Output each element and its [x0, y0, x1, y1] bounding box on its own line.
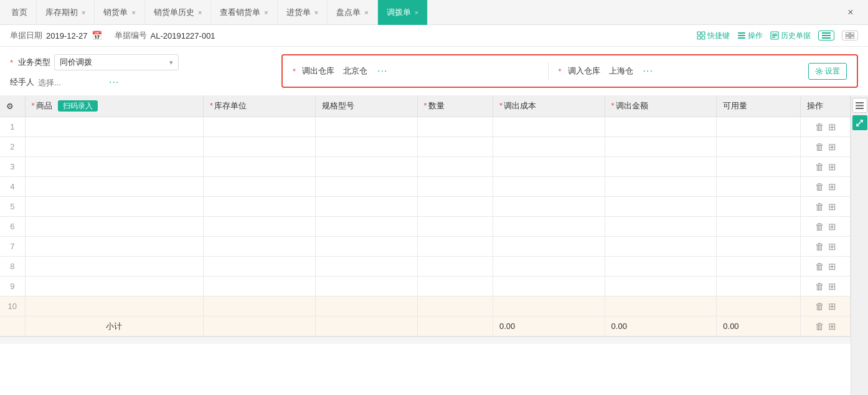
row-copy-icon-2[interactable]: ⊞ — [828, 141, 836, 153]
row-product-1[interactable] — [25, 117, 204, 137]
source-warehouse-dots-btn[interactable]: ··· — [377, 65, 387, 77]
row-unit-8 — [204, 257, 316, 277]
person-dots-btn[interactable]: ··· — [109, 77, 119, 88]
row-delete-icon-10[interactable]: 🗑 — [815, 301, 824, 312]
target-warehouse-dots-btn[interactable]: ··· — [643, 65, 653, 77]
summary-delete-icon[interactable]: 🗑 — [815, 321, 824, 332]
row-delete-icon-3[interactable]: 🗑 — [815, 161, 824, 173]
row-op-5: 🗑 ⊞ — [801, 197, 851, 217]
row-delete-icon-4[interactable]: 🗑 — [815, 181, 824, 193]
row-num-2: 2 — [0, 137, 25, 157]
row-op-3: 🗑 ⊞ — [801, 157, 851, 177]
row-delete-icon-7[interactable]: 🗑 — [815, 241, 824, 252]
tab-inventory-init[interactable]: 库存期初 × — [37, 0, 95, 25]
row-op-6: 🗑 ⊞ — [801, 217, 851, 237]
tab-transfer-order[interactable]: 调拨单 × — [378, 0, 428, 25]
operations-btn[interactable]: 操作 — [737, 31, 763, 41]
warehouse-divider — [548, 62, 549, 80]
svg-point-18 — [818, 70, 821, 72]
row-delete-icon-2[interactable]: 🗑 — [815, 141, 824, 153]
row-copy-icon-7[interactable]: ⊞ — [828, 241, 836, 252]
row-quantity-10 — [417, 297, 493, 316]
svg-rect-5 — [738, 35, 745, 36]
col-transfer-amount: *调出金额 — [605, 95, 717, 117]
row-amount-10 — [605, 297, 717, 316]
row-delete-icon-1[interactable]: 🗑 — [815, 121, 824, 133]
settings-button[interactable]: 设置 — [808, 63, 847, 80]
row-product-10[interactable] — [25, 297, 204, 316]
svg-rect-8 — [772, 34, 777, 35]
table-wrapper: ⚙ *商品 扫码录入 *库存单位 规格型号 — [0, 95, 851, 395]
row-copy-icon-5[interactable]: ⊞ — [828, 201, 836, 212]
history-btn[interactable]: 历史单据 — [770, 31, 811, 41]
person-select-input[interactable] — [38, 78, 100, 87]
row-product-5[interactable] — [25, 197, 204, 217]
tab-close-inventory-check[interactable]: × — [364, 9, 368, 16]
row-quantity-5 — [417, 197, 493, 217]
row-available-8 — [717, 257, 801, 277]
row-cost-2 — [493, 137, 605, 157]
row-spec-5 — [315, 197, 417, 217]
row-spec-8 — [315, 257, 417, 277]
sidebar-list-icon[interactable] — [852, 98, 867, 113]
row-product-6[interactable] — [25, 217, 204, 237]
row-product-2[interactable] — [25, 137, 204, 157]
tab-home[interactable]: 首页 — [5, 0, 37, 25]
row-unit-3 — [204, 157, 316, 177]
row-delete-icon-9[interactable]: 🗑 — [815, 281, 824, 292]
row-quantity-8 — [417, 257, 493, 277]
row-copy-icon-10[interactable]: ⊞ — [828, 301, 836, 312]
tab-purchase-order[interactable]: 进货单 × — [278, 0, 328, 25]
view-toggle-grid[interactable] — [842, 31, 858, 40]
row-copy-icon-4[interactable]: ⊞ — [828, 181, 836, 193]
horizontal-scrollbar[interactable] — [0, 336, 851, 344]
row-delete-icon-8[interactable]: 🗑 — [815, 261, 824, 272]
tab-sales-history[interactable]: 销货单历史 × — [145, 0, 211, 25]
row-copy-icon-9[interactable]: ⊞ — [828, 281, 836, 292]
row-unit-7 — [204, 237, 316, 257]
scan-input-button[interactable]: 扫码录入 — [58, 100, 98, 112]
sidebar-expand-icon[interactable] — [852, 115, 867, 130]
row-product-7[interactable] — [25, 237, 204, 257]
row-product-4[interactable] — [25, 177, 204, 197]
row-product-8[interactable] — [25, 257, 204, 277]
calendar-icon[interactable]: 📅 — [92, 31, 102, 40]
business-type-select[interactable]: 同价调拨 ▾ — [54, 54, 179, 70]
row-copy-icon-8[interactable]: ⊞ — [828, 261, 836, 272]
view-toggle-list[interactable] — [818, 31, 834, 40]
row-cost-10 — [493, 297, 605, 316]
tab-close-purchase-order[interactable]: × — [314, 9, 318, 16]
row-spec-1 — [315, 117, 417, 137]
row-copy-icon-6[interactable]: ⊞ — [828, 221, 836, 232]
tab-close-view-sales[interactable]: × — [264, 9, 268, 16]
row-available-6 — [717, 217, 801, 237]
shortcut-btn[interactable]: 快捷键 — [697, 31, 730, 41]
row-quantity-6 — [417, 217, 493, 237]
row-delete-icon-6[interactable]: 🗑 — [815, 221, 824, 232]
gear-icon[interactable]: ⚙ — [6, 102, 14, 111]
tab-close-sales-order[interactable]: × — [131, 9, 135, 16]
row-copy-icon-1[interactable]: ⊞ — [828, 121, 836, 133]
table-row: 8 🗑 ⊞ — [0, 257, 851, 277]
col-settings[interactable]: ⚙ — [0, 95, 25, 117]
tab-inventory-check[interactable]: 盘点单 × — [328, 0, 377, 25]
row-amount-9 — [605, 277, 717, 297]
row-product-9[interactable] — [25, 277, 204, 297]
row-amount-6 — [605, 217, 717, 237]
summary-op: 🗑 ⊞ — [801, 316, 851, 336]
tab-sales-order[interactable]: 销货单 × — [95, 0, 144, 25]
tab-close-inventory-init[interactable]: × — [82, 9, 85, 16]
row-product-3[interactable] — [25, 157, 204, 177]
tab-view-sales[interactable]: 查看销货单 × — [211, 0, 277, 25]
row-quantity-9 — [417, 277, 493, 297]
row-available-7 — [717, 237, 801, 257]
row-unit-4 — [204, 177, 316, 197]
table-row: 9 🗑 ⊞ — [0, 277, 851, 297]
summary-copy-icon[interactable]: ⊞ — [828, 321, 836, 332]
row-delete-icon-5[interactable]: 🗑 — [815, 201, 824, 212]
row-spec-2 — [315, 137, 417, 157]
tab-close-sales-history[interactable]: × — [198, 9, 202, 16]
tab-close-transfer-order[interactable]: × — [415, 9, 418, 16]
row-copy-icon-3[interactable]: ⊞ — [828, 161, 836, 173]
window-close-button[interactable]: × — [841, 2, 861, 22]
